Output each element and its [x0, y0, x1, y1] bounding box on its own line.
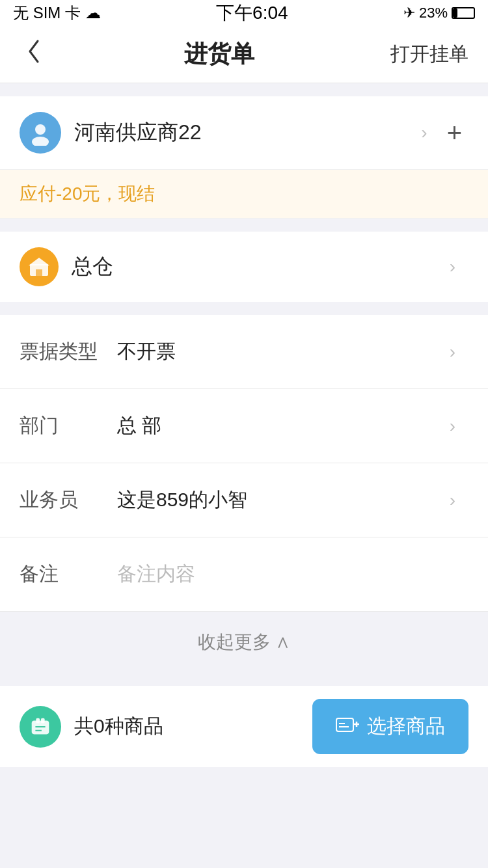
svg-point-0: [35, 124, 46, 135]
nav-bar: 进货单 打开挂单: [0, 26, 488, 83]
section-gap-1: [0, 83, 488, 96]
svg-rect-6: [36, 718, 40, 723]
status-time: 下午6:04: [216, 1, 288, 25]
remark-row[interactable]: 备注 备注内容: [0, 537, 488, 611]
product-bar: 共0种商品 选择商品: [0, 686, 488, 767]
invoice-type-value: 不开票: [104, 338, 450, 365]
svg-point-1: [32, 137, 49, 146]
salesperson-value: 这是859的小智: [104, 487, 450, 513]
warehouse-chevron-icon: ›: [450, 256, 455, 277]
notice-bar: 应付-20元，现结: [0, 170, 488, 219]
divider-gap-2: [0, 302, 488, 315]
product-icon: [20, 706, 61, 748]
collapse-button[interactable]: 收起更多 ∧: [0, 611, 488, 673]
sim-status: 无 SIM 卡 ☁: [13, 3, 101, 23]
select-product-label: 选择商品: [367, 713, 445, 740]
svg-rect-4: [36, 269, 42, 276]
battery-bar: [452, 7, 475, 19]
add-supplier-button[interactable]: +: [441, 118, 468, 148]
battery-icon: ✈: [403, 5, 415, 21]
svg-rect-7: [41, 718, 45, 723]
invoice-type-chevron-icon: ›: [450, 342, 455, 362]
bottom-filler: [0, 767, 488, 868]
salesperson-label: 业务员: [20, 487, 104, 513]
remark-input[interactable]: 备注内容: [104, 561, 468, 588]
supplier-chevron-icon: ›: [421, 122, 427, 143]
department-value: 总 部: [104, 413, 450, 439]
back-button[interactable]: [20, 32, 48, 77]
salesperson-row[interactable]: 业务员 这是859的小智 ›: [0, 463, 488, 537]
remark-label: 备注: [20, 561, 104, 588]
department-row[interactable]: 部门 总 部 ›: [0, 389, 488, 463]
warehouse-name: 总仓: [72, 252, 450, 281]
salesperson-chevron-icon: ›: [450, 490, 455, 511]
department-chevron-icon: ›: [450, 416, 455, 437]
svg-marker-3: [29, 258, 49, 265]
supplier-name: 河南供应商22: [74, 118, 421, 147]
form-section: 票据类型 不开票 › 部门 总 部 › 业务员 这是859的小智 › 备注 备注…: [0, 315, 488, 611]
supplier-section: 河南供应商22 › + 应付-20元，现结: [0, 96, 488, 219]
invoice-type-label: 票据类型: [20, 338, 104, 365]
status-left: 无 SIM 卡 ☁: [13, 3, 101, 23]
warehouse-row[interactable]: 总仓 ›: [0, 232, 488, 302]
divider-gap-1: [0, 219, 488, 232]
select-product-icon: [336, 718, 359, 736]
battery-level: 23%: [419, 5, 448, 21]
open-pending-button[interactable]: 打开挂单: [390, 41, 468, 68]
warehouse-icon: [20, 247, 59, 286]
warehouse-section: 总仓 ›: [0, 232, 488, 302]
status-right: ✈ 23%: [403, 5, 475, 21]
svg-rect-10: [336, 718, 353, 731]
invoice-type-row[interactable]: 票据类型 不开票 ›: [0, 315, 488, 389]
page-title: 进货单: [184, 38, 254, 70]
select-product-button[interactable]: 选择商品: [312, 699, 468, 754]
status-bar: 无 SIM 卡 ☁ 下午6:04 ✈ 23%: [0, 0, 488, 26]
supplier-row[interactable]: 河南供应商22 › +: [0, 96, 488, 170]
supplier-avatar: [20, 112, 61, 154]
department-label: 部门: [20, 413, 104, 439]
product-count: 共0种商品: [74, 713, 312, 740]
